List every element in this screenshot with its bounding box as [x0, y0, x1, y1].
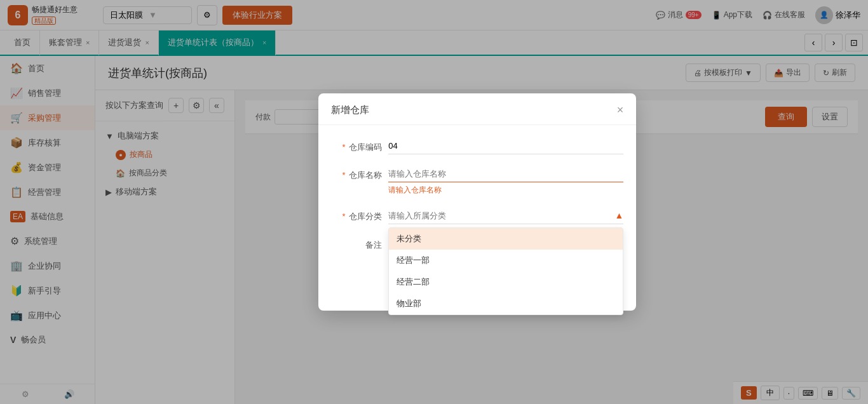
- dropdown-item-dept2[interactable]: 经营二部: [389, 271, 623, 293]
- form-row-category: * 仓库分类 ▲ 未分类 经营一部 经营二部 物业部: [331, 207, 623, 224]
- category-dropdown-arrow[interactable]: ▲: [614, 210, 623, 220]
- name-label: * 仓库名称: [331, 166, 382, 181]
- note-label: 备注: [331, 236, 382, 251]
- code-input-wrapper: [388, 138, 623, 154]
- category-label: * 仓库分类: [331, 207, 382, 222]
- category-dropdown-list: 未分类 经营一部 经营二部 物业部: [388, 227, 623, 315]
- modal-body: * 仓库编码 * 仓库名称 请输入仓库名称 * 仓库分类: [318, 125, 636, 276]
- modal-header: 新增仓库 ×: [318, 93, 636, 125]
- category-input[interactable]: [388, 211, 614, 220]
- code-label: * 仓库编码: [331, 138, 382, 153]
- modal-close-button[interactable]: ×: [617, 104, 624, 117]
- name-input-wrapper: 请输入仓库名称: [388, 166, 623, 196]
- name-input[interactable]: [388, 166, 623, 182]
- form-row-code: * 仓库编码: [331, 138, 623, 154]
- code-input[interactable]: [388, 138, 623, 154]
- category-input-row: ▲: [388, 207, 623, 224]
- new-warehouse-modal: 新增仓库 × * 仓库编码 * 仓库名称 请输入仓库名称: [318, 93, 636, 311]
- modal-title: 新增仓库: [331, 104, 369, 116]
- dropdown-item-dept3[interactable]: 物业部: [389, 293, 623, 314]
- dropdown-item-uncategorized[interactable]: 未分类: [389, 228, 623, 250]
- form-row-name: * 仓库名称 请输入仓库名称: [331, 166, 623, 196]
- category-dropdown-wrapper: ▲ 未分类 经营一部 经营二部 物业部: [388, 207, 623, 224]
- dropdown-item-dept1[interactable]: 经营一部: [389, 250, 623, 271]
- name-error-text: 请输入仓库名称: [388, 185, 623, 196]
